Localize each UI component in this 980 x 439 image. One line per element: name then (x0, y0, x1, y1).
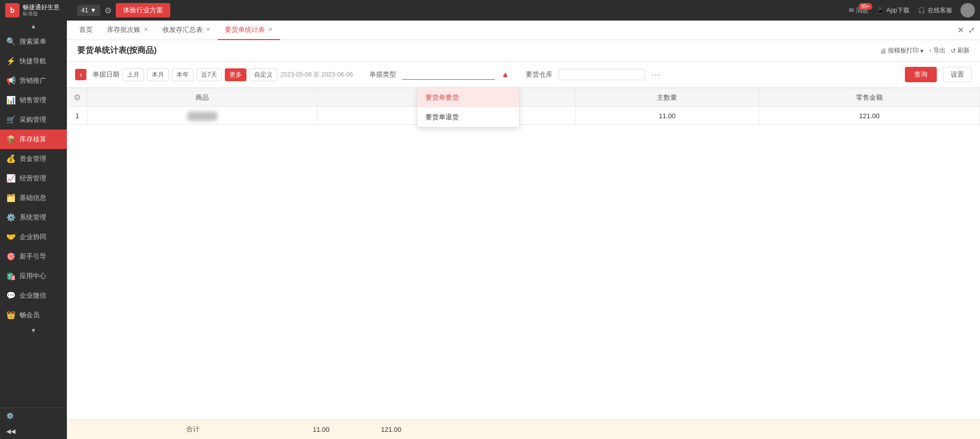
search-icon: 🔍 (6, 37, 15, 46)
type-label: 单据类型 (369, 70, 396, 79)
refresh-icon: ↺ (951, 47, 956, 54)
warehouse-input[interactable] (559, 69, 645, 80)
tab-batch-close[interactable]: ✕ (144, 26, 148, 33)
tab-batch[interactable]: 库存批次账 ✕ (100, 21, 155, 40)
message-item[interactable]: ✉ 消息 99+ (849, 6, 868, 15)
tab-receivable[interactable]: 收发存汇总表 ✕ (155, 21, 218, 40)
sidebar-item-purchase[interactable]: 🛒 采购管理 (0, 110, 67, 130)
sidebar-item-inventory[interactable]: 📦 库存核算 (0, 130, 67, 149)
operations-icon: 📈 (6, 174, 15, 183)
tab-expand-btn[interactable]: ⤢ (968, 25, 975, 35)
sidebar-label-marketing: 营销推广 (20, 76, 46, 85)
sidebar-label-guide: 新手引导 (20, 252, 46, 261)
cell-product-value: ██████ (188, 112, 217, 120)
sidebar-label-search: 搜索菜单 (20, 37, 46, 46)
logo-area: b 畅捷通好生意 标准版 (5, 3, 72, 17)
date-btn-last-month[interactable]: 上月 (122, 68, 144, 81)
sidebar-item-system[interactable]: ⚙️ 系统管理 (0, 208, 67, 227)
date-btn-custom[interactable]: 自定义 (250, 68, 277, 81)
cell-product: ██████ (87, 107, 317, 125)
tab-requisition-label: 要货单统计表 (225, 25, 265, 34)
data-table: ⚙ 商品 主计量单位 主数量 零售金额 1 ██████ 块 (67, 88, 980, 125)
sidebar-label-sales: 销售管理 (20, 96, 46, 105)
sidebar-item-enterprise[interactable]: 🤝 企业协同 (0, 227, 67, 247)
sidebar: ▲ 🔍 搜索菜单 ⚡ 快捷导航 📢 营销推广 📊 销售管理 🛒 采购管理 📦 库… (0, 21, 67, 439)
sidebar-item-search[interactable]: 🔍 搜索菜单 (0, 32, 67, 51)
type-input[interactable] (402, 69, 495, 80)
export-link[interactable]: ↑ 导出 (929, 46, 946, 55)
sidebar-item-wechat[interactable]: 💬 企业微信 (0, 286, 67, 305)
more-filters-icon[interactable]: ⋯ (651, 69, 661, 80)
tab-receivable-close[interactable]: ✕ (206, 26, 210, 33)
col-product-header: 商品 (87, 88, 317, 107)
table-header: ⚙ 商品 主计量单位 主数量 零售金额 (67, 88, 980, 107)
date-btn-7days[interactable]: 近7天 (197, 68, 222, 81)
system-icon: ⚙️ (6, 213, 15, 222)
sidebar-item-shortcut[interactable]: ⚡ 快捷导航 (0, 51, 67, 71)
sidebar-item-operations[interactable]: 📈 经营管理 (0, 169, 67, 188)
page-header: 要货单统计表(按商品) 🖨 按模板打印 ▾ ↑ 导出 ↺ 刷新 (67, 40, 980, 62)
tabs-bar: 首页 库存批次账 ✕ 收发存汇总表 ✕ 要货单统计表 ✕ ✕ ⤢ (67, 21, 980, 40)
tab-home[interactable]: 首页 (72, 21, 100, 40)
sidebar-label-shortcut: 快捷导航 (20, 57, 46, 66)
industry-button[interactable]: 体验行业方案 (116, 3, 170, 17)
date-btn-this-year[interactable]: 本年 (172, 68, 193, 81)
tab-close-all-btn[interactable]: ✕ (957, 25, 964, 35)
sidebar-item-finance[interactable]: 💰 资金管理 (0, 149, 67, 169)
top-bar-right: ✉ 消息 99+ 📱 App下载 🎧 在线客服 (849, 3, 975, 17)
top-bar: b 畅捷通好生意 标准版 41 ▼ ⚙ 体验行业方案 ✉ 消息 99+ 📱 Ap… (0, 0, 980, 21)
store-selector[interactable]: 41 ▼ (77, 5, 100, 16)
table-footer: 合计 11.00 121.00 (67, 419, 980, 439)
sidebar-item-marketing[interactable]: 📢 营销推广 (0, 71, 67, 90)
refresh-link[interactable]: ↺ 刷新 (951, 46, 970, 55)
col-settings-icon[interactable]: ⚙ (74, 93, 81, 102)
dropdown-item-requisition-order[interactable]: 要货单要货 (417, 88, 519, 107)
tabs-actions: ✕ ⤢ (957, 25, 975, 35)
sidebar-collapse-btn[interactable]: ◀◀ (0, 424, 67, 439)
tab-requisition[interactable]: 要货单统计表 ✕ (218, 21, 280, 40)
tab-receivable-label: 收发存汇总表 (163, 25, 203, 34)
settings-button[interactable]: 设置 (943, 67, 972, 82)
sidebar-label-operations: 经营管理 (20, 174, 46, 183)
user-avatar[interactable] (960, 3, 975, 17)
sidebar-label-inventory: 库存核算 (20, 135, 46, 144)
sidebar-scroll-down[interactable]: ▼ (0, 325, 67, 336)
type-toggle-icon[interactable]: ▲ (501, 70, 509, 79)
logo-text: 畅捷通好生意 标准版 (23, 4, 60, 17)
message-icon: ✉ (849, 7, 854, 14)
sidebar-item-member[interactable]: 👑 畅会员 (0, 305, 67, 325)
sidebar-label-finance: 资金管理 (20, 154, 46, 163)
sidebar-item-appstore[interactable]: 🛍️ 应用中心 (0, 266, 67, 286)
sidebar-settings-btn[interactable]: ⚙️ (0, 408, 67, 424)
dropdown-item-requisition-return[interactable]: 要货单退货 (417, 107, 519, 127)
cell-amount: 121.00 (759, 107, 979, 125)
logo-icon: b (5, 3, 20, 17)
gear-icon-top[interactable]: ⚙ (104, 6, 112, 15)
phone-icon: 📱 (877, 7, 884, 14)
footer-amount: 121.00 (381, 426, 402, 433)
sidebar-item-sales[interactable]: 📊 销售管理 (0, 90, 67, 110)
export-icon: ↑ (929, 47, 932, 54)
content-area: 首页 库存批次账 ✕ 收发存汇总表 ✕ 要货单统计表 ✕ ✕ ⤢ 要货单统计表(… (67, 21, 980, 439)
query-button[interactable]: 查询 (905, 67, 937, 82)
sidebar-item-base[interactable]: 🗂️ 基础信息 (0, 188, 67, 208)
guide-icon: 🎯 (6, 252, 15, 261)
print-icon: 🖨 (880, 47, 886, 54)
filter-expand-btn[interactable]: › (75, 69, 86, 80)
warehouse-label: 要货仓库 (526, 70, 553, 79)
print-label: 按模板打印 (888, 46, 919, 55)
print-chevron: ▾ (920, 47, 923, 54)
sidebar-scroll-up[interactable]: ▲ (0, 21, 67, 32)
online-service-item[interactable]: 🎧 在线客服 (918, 6, 952, 15)
sidebar-item-guide[interactable]: 🎯 新手引导 (0, 247, 67, 266)
table-row: 1 ██████ 块 11.00 121.00 (67, 107, 980, 125)
app-download-item[interactable]: 📱 App下载 (877, 6, 910, 15)
date-btn-more[interactable]: 更多 (225, 68, 246, 81)
sidebar-label-purchase: 采购管理 (20, 115, 46, 124)
cell-qty: 11.00 (576, 107, 759, 125)
date-btn-this-month[interactable]: 本月 (147, 68, 169, 81)
tab-requisition-close[interactable]: ✕ (268, 26, 273, 33)
print-link[interactable]: 🖨 按模板打印 ▾ (880, 46, 923, 55)
collapse-icon: ◀◀ (6, 428, 15, 435)
type-dropdown: 要货单要货 要货单退货 (417, 87, 520, 127)
